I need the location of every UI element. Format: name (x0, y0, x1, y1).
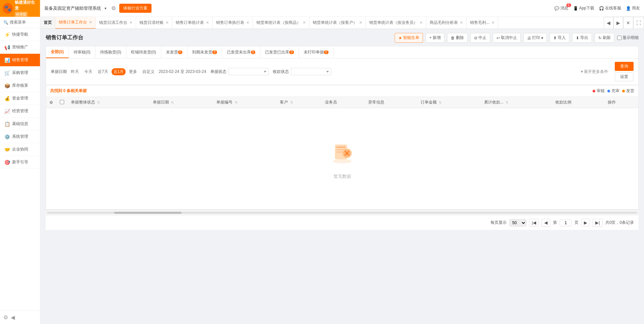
settings-icon[interactable]: ⚙ (3, 314, 8, 321)
date-opt-more[interactable]: 更多 (127, 68, 139, 75)
th-gear[interactable]: ⚙ (46, 97, 56, 108)
industry-solution-button[interactable]: 体验行业方案 (119, 4, 152, 13)
sub-tab-unshipped[interactable]: 未发货0 (161, 47, 188, 58)
page-size-select[interactable]: 50 10 20 100 (509, 219, 526, 227)
message-item[interactable]: 💬 6 消息 (554, 5, 568, 11)
app-download-item[interactable]: 📱 App下载 (573, 5, 594, 11)
tab-sales-by-staff[interactable]: 销货单统计表（按业务员） ✕ (366, 17, 426, 29)
select-all-checkbox[interactable] (60, 100, 64, 104)
sub-tab-pending-audit[interactable]: 待审核(0) (69, 47, 96, 58)
th-staff[interactable]: 业务员 (321, 97, 365, 108)
revoke-action[interactable]: 充审 (607, 88, 619, 94)
tab-close-icon[interactable]: ✕ (129, 21, 132, 25)
th-date[interactable]: 单据日期 ⇅ (149, 97, 213, 108)
th-number[interactable]: 单据编号 ⇅ (213, 97, 276, 108)
expand-filter-button[interactable]: ▾ 展开更多条件 (581, 69, 608, 75)
sub-tab-wangpu-ship[interactable]: 旺铺待发货(0) (126, 47, 161, 58)
tab-close-icon[interactable]: ✕ (246, 21, 249, 25)
tab-close-icon[interactable]: ✕ (303, 21, 306, 25)
page-last-button[interactable]: ▶| (593, 219, 602, 227)
ship-action[interactable]: 发货 (622, 88, 634, 94)
th-status[interactable]: 单据整体状态 ⇅ (68, 97, 149, 108)
sidebar-item-enterprise[interactable]: 🤝 企业协同 (0, 143, 40, 156)
delete-button[interactable]: 🗑 删除 (447, 33, 468, 43)
tab-gross-margin[interactable]: 商品毛利分析表 ✕ (426, 17, 467, 29)
sidebar-item-sales[interactable]: 📊 销售管理 (0, 54, 40, 67)
page-first-button[interactable]: |◀ (529, 219, 539, 227)
tab-close-all[interactable]: ✕ (623, 17, 633, 29)
sub-tab-pending-inspect[interactable]: 待拣验货(0) (95, 47, 126, 58)
date-opt-yesterday[interactable]: 昨天 (69, 68, 81, 75)
sidebar-item-promo[interactable]: 📢 营销推广 (0, 41, 40, 54)
sidebar-item-quick-nav[interactable]: ⚡ 快捷导航 (0, 28, 40, 41)
query-button[interactable]: 查询 (615, 62, 634, 71)
date-opt-1month[interactable]: 近1月 (112, 68, 126, 75)
import-button[interactable]: ⬆ 导入 (550, 33, 569, 43)
tab-close-icon[interactable]: ✕ (89, 20, 92, 25)
tab-close-icon[interactable]: ✕ (166, 21, 169, 25)
horizontal-scrollbar[interactable] (46, 210, 639, 215)
smart-create-button[interactable]: ★ 智能生单 (395, 33, 423, 43)
tab-home[interactable]: 首页 (40, 17, 55, 29)
th-cumulative-payment[interactable]: 累计收款... ⇅ (481, 97, 552, 108)
set-button[interactable]: 设置 (615, 72, 634, 81)
sub-tab-all[interactable]: 全部(0) (46, 46, 69, 58)
tab-sales-by-product[interactable]: 销货单统计表（按商品） ✕ (253, 17, 309, 29)
th-checkbox[interactable] (56, 97, 68, 108)
sidebar-item-operations[interactable]: 📈 经营管理 (0, 105, 40, 118)
search-menu[interactable]: 🔍 搜索菜单 (0, 17, 40, 28)
tab-daily-reconcile[interactable]: 钱货日清对账 ✕ (136, 17, 172, 29)
cancel-stop-button[interactable]: ↩ 取消中止 (493, 33, 521, 43)
sidebar-item-capital[interactable]: 💰 资金管理 (0, 92, 40, 105)
tab-close-icon[interactable]: ✕ (491, 21, 495, 25)
tab-close-icon[interactable]: ✕ (206, 21, 209, 25)
show-detail-label[interactable]: 显示明细 (617, 35, 639, 41)
show-detail-checkbox[interactable] (617, 36, 621, 40)
user-item[interactable]: 👤 用友 (626, 5, 640, 11)
print-button[interactable]: 🖨 打印 ▾ (523, 33, 547, 43)
status-select[interactable] (228, 68, 269, 75)
page-prev-button[interactable]: ◀ (542, 219, 550, 227)
sidebar-item-system[interactable]: ⚙️ 系统管理 (0, 130, 40, 143)
scrollbar-track[interactable] (47, 212, 637, 214)
audit-action[interactable]: 审核 (593, 88, 605, 94)
refresh-button[interactable]: ↻ 刷新 (595, 33, 614, 43)
sub-tab-unprinted[interactable]: 未打印单据0 (299, 47, 334, 58)
tab-fullscreen[interactable]: ⛶ (633, 17, 644, 29)
page-input[interactable] (560, 219, 572, 226)
svg-point-0 (333, 159, 352, 163)
sidebar-item-basic[interactable]: 📋 基础信息 (0, 118, 40, 130)
tab-close-icon[interactable]: ✕ (420, 21, 423, 25)
collapse-icon[interactable]: ◀ (11, 314, 15, 321)
tab-close-icon[interactable]: ✕ (460, 21, 463, 25)
page-next-button[interactable]: ▶ (581, 219, 590, 227)
topbar-gear-icon[interactable]: ⚙ (111, 5, 116, 11)
sidebar-item-purchase[interactable]: 🛒 采购管理 (0, 67, 40, 79)
system-dropdown[interactable]: ▾ (104, 6, 106, 11)
tab-scroll-left[interactable]: ◀ (604, 17, 613, 29)
stop-button[interactable]: ⊘ 中止 (470, 33, 490, 43)
new-button[interactable]: + 新增 (426, 33, 444, 43)
date-opt-today[interactable]: 今天 (82, 68, 94, 75)
sidebar-item-guide[interactable]: 🎯 新手引导 (0, 156, 40, 169)
export-button[interactable]: ⬇ 导出 (572, 33, 592, 43)
tab-sales-exec[interactable]: 销售订单执行表 ✕ (213, 17, 253, 29)
payment-select[interactable] (291, 68, 331, 75)
tab-sales-profit[interactable]: 销售毛利... ✕ (467, 17, 498, 29)
tab-scroll-right[interactable]: ▶ (613, 17, 623, 29)
date-opt-custom[interactable]: 自定义 (140, 68, 157, 75)
date-opt-7days[interactable]: 近7天 (96, 68, 110, 75)
tab-sales-stats[interactable]: 销售订单统计表 ✕ (172, 17, 213, 29)
sidebar-item-inventory[interactable]: 📦 库存核算 (0, 79, 40, 92)
sub-tab-shipped-no-stock-out[interactable]: 已发货未出库0 (222, 47, 261, 58)
sub-tab-shipped-stocked-out[interactable]: 已发货已出库0 (260, 47, 299, 58)
online-service-item[interactable]: 🎧 在线客服 (599, 5, 621, 11)
sub-tab-overdue-unshipped[interactable]: 到期未发货0 (187, 47, 222, 58)
th-customer[interactable]: 客户 ⇅ (276, 97, 321, 108)
tab-daily-clear[interactable]: 钱货日清工作台 ✕ (96, 17, 136, 29)
scrollbar-thumb[interactable] (114, 212, 181, 214)
tab-sales-workbench[interactable]: 销售订单工作台 ✕ (55, 17, 96, 29)
th-order-amount[interactable]: 订单金额 ⇅ (417, 97, 481, 108)
tab-close-icon[interactable]: ✕ (359, 21, 362, 25)
tab-sales-by-customer[interactable]: 销货单统计表（按客户） ✕ (309, 17, 366, 29)
